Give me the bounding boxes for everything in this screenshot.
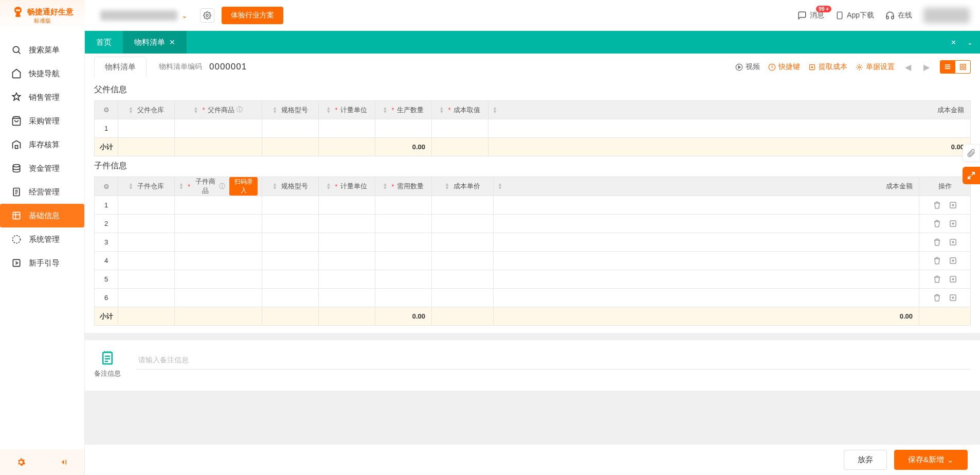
support-link[interactable]: 在线 [885,11,912,20]
view-list-button[interactable] [940,60,955,74]
delete-row-icon[interactable] [933,257,941,265]
view-grid-button[interactable] [955,60,971,74]
brand-logo[interactable]: 畅捷通好生意 标准版 [0,0,85,31]
tab-bom[interactable]: 物料清单 ✕ [123,31,187,54]
user-avatar-blurred[interactable] [923,8,970,23]
messages-link[interactable]: 消息 99 + [797,11,824,20]
header-right: 消息 99 + App下载 在线 [797,8,980,23]
attachment-button[interactable] [963,144,980,162]
svg-point-15 [13,236,21,243]
remark-input[interactable] [136,350,971,370]
help-icon[interactable]: ⓘ [219,182,225,191]
child-row[interactable]: 2 [95,215,971,233]
sidebar-item-guide[interactable]: 新手引导 [0,251,84,275]
child-row[interactable]: 6 [95,289,971,307]
save-add-button[interactable]: 保存&新增 ⌄ [894,450,968,470]
row-num: 4 [95,252,118,270]
brand-sub: 标准版 [34,17,51,25]
page-title-tab: 物料清单 [94,57,147,77]
add-row-icon[interactable] [949,294,957,302]
scan-input-badge[interactable]: 扫码录入 [229,177,258,196]
th-unit[interactable]: ▲▼*计量单位 [319,101,375,119]
sidebar-item-sales[interactable]: 销售管理 [0,85,84,109]
footer-gear-icon[interactable] [16,458,26,467]
close-icon[interactable]: ✕ [169,38,175,46]
th-cost-basis[interactable]: ▲▼*成本取值 [432,101,488,119]
th-cost-amount[interactable]: ▲▼成本金额 [494,177,919,196]
discard-button[interactable]: 放弃 [844,450,887,470]
sidebar-label: 库存核算 [29,140,60,150]
org-selector[interactable]: ⌄ [100,10,193,21]
parent-subtotal-amount: 0.00 [488,138,971,156]
svg-rect-23 [945,66,951,67]
sidebar-item-search[interactable]: 搜索菜单 [0,38,84,62]
app-download-link[interactable]: App下载 [836,11,874,20]
extract-cost-link[interactable]: 提取成本 [808,62,847,72]
sidebar-label: 搜索菜单 [29,45,60,55]
parent-table: ⚙ ▲▼父件仓库 ▲▼*父件商品ⓘ ▲▼规格型号 ▲▼*计量单位 ▲▼*生产数量… [94,100,971,156]
th-parent-product[interactable]: ▲▼*父件商品ⓘ [175,101,262,119]
th-unit-cost[interactable]: ▲▼成本单价 [432,177,494,196]
data-icon [11,210,22,221]
th-child-warehouse[interactable]: ▲▼子件仓库 [118,177,175,196]
th-gear[interactable]: ⚙ [95,177,118,196]
svg-rect-22 [945,64,951,65]
th-gear[interactable]: ⚙ [95,101,118,119]
add-row-icon[interactable] [949,238,957,246]
svg-rect-26 [964,64,966,66]
parent-row[interactable]: 1 [95,119,971,138]
child-subtotal-qty: 0.00 [375,307,432,326]
tab-close-all-button[interactable]: ✕ [946,35,960,49]
prev-doc-button[interactable]: ◀ [903,62,913,72]
add-row-icon[interactable] [949,220,957,227]
child-row[interactable]: 5 [95,270,971,289]
add-row-icon[interactable] [949,201,957,209]
th-unit[interactable]: ▲▼*计量单位 [319,177,375,196]
th-cost-amount[interactable]: ▲▼成本金额 [488,101,971,119]
sidebar-item-inventory[interactable]: 库存核算 [0,133,84,156]
add-row-icon[interactable] [949,275,957,283]
inventory-icon [11,139,22,150]
tab-dropdown-button[interactable]: ⌄ [963,35,977,49]
shortcut-link[interactable]: 快捷键 [768,62,800,72]
svg-rect-6 [15,146,18,149]
th-spec[interactable]: ▲▼规格型号 [262,177,319,196]
child-row[interactable]: 1 [95,196,971,215]
sidebar-item-base-data[interactable]: 基础信息 [0,204,84,227]
sidebar-item-business[interactable]: 经营管理 [0,180,84,204]
header-settings-button[interactable] [200,8,214,23]
sidebar-footer [0,449,84,475]
delete-row-icon[interactable] [933,294,941,302]
th-qty[interactable]: ▲▼*生产数量 [375,101,432,119]
child-subtotal-row: 小计 0.00 0.00 [95,307,971,326]
th-parent-warehouse[interactable]: ▲▼父件仓库 [118,101,175,119]
sidebar-item-quicknav[interactable]: 快捷导航 [0,62,84,85]
child-row[interactable]: 4 [95,252,971,270]
sidebar-item-system[interactable]: 系统管理 [0,227,84,251]
svg-marker-18 [738,66,740,68]
video-link[interactable]: 视频 [735,62,760,72]
th-child-product[interactable]: ▲▼*子件商品ⓘ扫码录入 [175,177,262,196]
next-doc-button[interactable]: ▶ [921,62,932,72]
svg-rect-24 [945,68,951,69]
sidebar-item-finance[interactable]: 资金管理 [0,156,84,180]
delete-row-icon[interactable] [933,275,941,283]
delete-row-icon[interactable] [933,238,941,246]
note-icon [100,350,115,366]
delete-row-icon[interactable] [933,220,941,227]
tab-home[interactable]: 首页 [85,31,123,54]
add-row-icon[interactable] [949,257,957,265]
help-icon[interactable]: ⓘ [237,105,243,114]
footer-collapse-icon[interactable] [58,458,68,467]
child-row[interactable]: 3 [95,233,971,252]
trial-button[interactable]: 体验行业方案 [222,7,283,24]
fullscreen-button[interactable] [963,167,980,184]
th-spec[interactable]: ▲▼规格型号 [262,101,319,119]
sidebar-label: 系统管理 [29,235,60,244]
delete-row-icon[interactable] [933,201,941,209]
sidebar-label: 采购管理 [29,116,60,126]
th-need-qty[interactable]: ▲▼*需用数量 [375,177,432,196]
sidebar-label: 基础信息 [29,211,60,221]
sidebar-item-purchase[interactable]: 采购管理 [0,109,84,133]
doc-settings-link[interactable]: 单据设置 [856,62,895,72]
